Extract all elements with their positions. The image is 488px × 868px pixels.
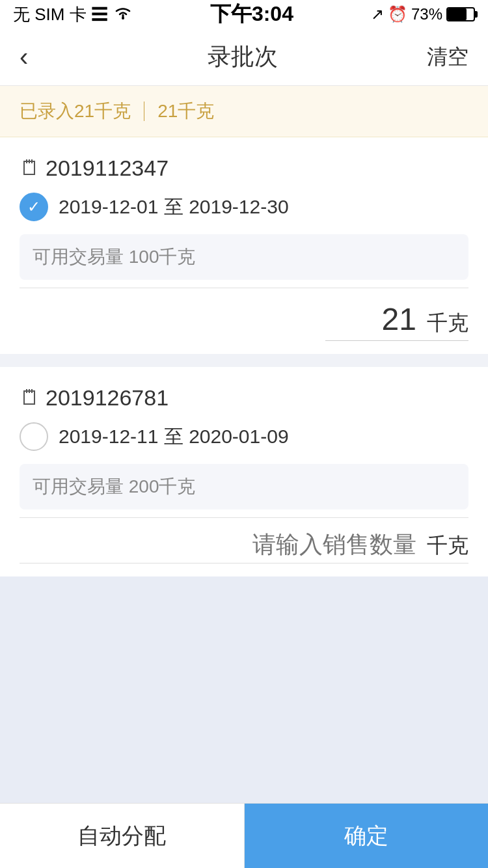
batch-1-id: 2019112347 <box>46 156 169 181</box>
wifi-icon <box>113 5 133 25</box>
batch-2-header: 🗒 2019126781 <box>0 367 488 417</box>
batch-1-availability: 可用交易量 100千克 <box>20 234 468 280</box>
battery-icon <box>446 7 475 21</box>
batch-2-availability: 可用交易量 200千克 <box>20 464 468 509</box>
page-title: 录批次 <box>208 41 278 73</box>
amount-line-1 <box>325 340 468 341</box>
status-time: 下午3:04 <box>210 0 293 29</box>
bottom-empty-area <box>0 576 488 824</box>
status-bar: 无 SIM 卡 ☰ 下午3:04 ↗ ⏰ 73% <box>0 0 488 29</box>
batch-1-amount: 21 <box>382 301 416 337</box>
info-divider <box>144 102 144 121</box>
status-right: ↗ ⏰ 73% <box>371 5 475 23</box>
auto-distribute-button[interactable]: 自动分配 <box>0 804 245 868</box>
batch-1-icon: 🗒 <box>20 156 40 180</box>
back-button[interactable]: ‹ <box>20 42 59 72</box>
batch-2-card: 🗒 2019126781 2019-12-11 至 2020-01-09 可用交… <box>0 367 488 576</box>
footer: 自动分配 确定 <box>0 803 488 868</box>
info-entered-label: 已录入21千克 <box>20 99 131 124</box>
batch-1-card: 🗒 2019112347 ✓ 2019-12-01 至 2019-12-30 可… <box>0 137 488 354</box>
no-sim-text: 无 SIM 卡 ☰ <box>13 3 108 26</box>
clear-button[interactable]: 清空 <box>427 43 468 72</box>
batch-1-date-row[interactable]: ✓ 2019-12-01 至 2019-12-30 <box>0 187 488 226</box>
batch-1-amount-row: 21 千克 <box>0 288 488 354</box>
batch-2-radio[interactable] <box>20 422 48 451</box>
batch-2-date-row[interactable]: 2019-12-11 至 2020-01-09 <box>0 417 488 456</box>
batch-2-id: 2019126781 <box>46 385 169 411</box>
amount-line-2 <box>20 563 468 563</box>
location-icon: ↗ <box>371 5 384 23</box>
info-bar: 已录入21千克 21千克 <box>0 86 488 137</box>
batch-2-unit: 千克 <box>427 532 468 560</box>
batch-1-unit: 千克 <box>427 309 468 338</box>
batch-1-date: 2019-12-01 至 2019-12-30 <box>59 194 289 221</box>
alarm-icon: ⏰ <box>388 5 407 23</box>
status-left: 无 SIM 卡 ☰ <box>13 3 133 26</box>
battery-percent: 73% <box>411 5 442 23</box>
batch-1-header: 🗒 2019112347 <box>0 137 488 187</box>
batch-2-icon: 🗒 <box>20 386 40 410</box>
batch-2-date: 2019-12-11 至 2020-01-09 <box>59 424 289 450</box>
batch-2-quantity-input[interactable] <box>234 531 416 558</box>
section-divider-1 <box>0 354 488 367</box>
svg-point-0 <box>122 17 124 20</box>
info-value: 21千克 <box>157 99 214 124</box>
batch-2-input-row: 千克 <box>0 518 488 576</box>
check-icon: ✓ <box>27 198 40 216</box>
nav-bar: ‹ 录批次 清空 <box>0 29 488 86</box>
batch-1-radio[interactable]: ✓ <box>20 193 48 221</box>
confirm-button[interactable]: 确定 <box>245 804 489 868</box>
